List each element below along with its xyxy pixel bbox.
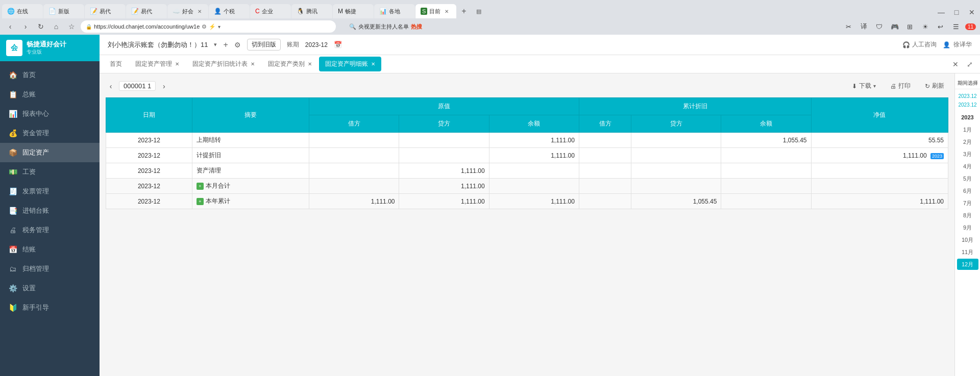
browser-tab-haohui[interactable]: ☁️ 好会 ✕	[167, 4, 208, 18]
active-tab-close-icon[interactable]: ✕	[371, 61, 375, 67]
month-item-3[interactable]: 3月	[957, 148, 978, 160]
sidebar-item-closing[interactable]: 📅 结账	[0, 240, 100, 259]
refresh-button[interactable]: ↻ 刷新	[921, 80, 948, 92]
top-bar: 刘小艳演示账套（勿删勿动！）11 ▾ + ⚙ 切到旧版 账期 2023-12 📅…	[100, 35, 980, 55]
browser-tab-new[interactable]: 📄 新版	[43, 4, 84, 18]
sidebar-item-settings[interactable]: ⚙️ 设置	[0, 279, 100, 298]
month-item-10[interactable]: 10月	[957, 234, 978, 245]
expand-tab-action[interactable]: ⤢	[964, 58, 976, 70]
invoice-icon: 🧾	[8, 187, 17, 196]
browser-tab-qiye[interactable]: C 企业	[250, 4, 291, 18]
bookmark-button[interactable]: ☆	[65, 20, 78, 33]
new-tab-button[interactable]: +	[457, 4, 471, 18]
minimize-button[interactable]: —	[935, 6, 947, 18]
support-button[interactable]: 🎧 人工咨询	[902, 40, 937, 49]
cell-date: 2023-12	[106, 133, 192, 148]
close-tab-action[interactable]: ✕	[949, 58, 962, 70]
tab-close-icon[interactable]: ✕	[251, 61, 255, 67]
browser-tab-muqian[interactable]: S 目前 ✕	[415, 4, 456, 18]
url-input[interactable]: 🔒 https://cloud.chanjet.com/accounting/u…	[81, 20, 336, 33]
tab-category[interactable]: 固定资产类别 ✕	[262, 57, 318, 71]
sidebar-item-tax[interactable]: 🖨 税务管理	[0, 220, 100, 240]
game-tool[interactable]: 🎮	[889, 20, 901, 33]
browser-tab-gedi[interactable]: 📊 各地	[374, 4, 415, 18]
next-page-button[interactable]: ›	[159, 81, 169, 91]
cell-summary: +本月合计	[192, 179, 309, 194]
tab-depreciation[interactable]: 固定资产折旧统计表 ✕	[186, 57, 261, 71]
back-button[interactable]: ‹	[4, 20, 16, 33]
sidebar-item-guide[interactable]: 🔰 新手引导	[0, 298, 100, 317]
download-button[interactable]: ⬇ 下载 ▾	[848, 80, 880, 92]
cell-accum-balance	[721, 163, 811, 179]
undo-tool[interactable]: ↩	[935, 20, 947, 33]
dropdown-arrow-icon[interactable]: ▾	[218, 24, 220, 30]
month-item-8[interactable]: 8月	[957, 210, 978, 221]
sidebar-item-funds[interactable]: 💰 资金管理	[0, 123, 100, 143]
year-item[interactable]: 2023	[957, 112, 978, 123]
hot-search-label[interactable]: 热搜	[411, 23, 422, 31]
tab-close-icon[interactable]: ✕	[308, 61, 312, 67]
sidebar-item-archive[interactable]: 🗂 归档管理	[0, 259, 100, 279]
browser-tab-online[interactable]: 🌐 在线	[2, 4, 43, 18]
dropdown-arrow-icon[interactable]: ▾	[214, 41, 217, 48]
menu-button[interactable]: ☰	[950, 20, 962, 33]
guide-icon: 🔰	[8, 303, 17, 312]
sidebar-item-inventory[interactable]: 📑 进销台账	[0, 201, 100, 220]
sidebar-item-invoice[interactable]: 🧾 发票管理	[0, 182, 100, 201]
month-item-11[interactable]: 11月	[957, 246, 978, 258]
user-info[interactable]: 👤 徐译华	[943, 40, 972, 49]
month-item-12[interactable]: 12月	[957, 259, 978, 270]
print-button[interactable]: 🖨 打印	[886, 80, 915, 92]
sidebar-item-home[interactable]: 🏠 首页	[0, 65, 100, 85]
maximize-button[interactable]: □	[950, 6, 963, 18]
month-item-7[interactable]: 7月	[957, 197, 978, 209]
browser-tab-yidai1[interactable]: 📝 易代	[85, 4, 126, 18]
cell-orig-balance	[489, 179, 579, 194]
tab-home[interactable]: 首页	[104, 57, 128, 71]
calendar-icon[interactable]: 📅	[334, 41, 342, 48]
switch-version-button[interactable]: 切到旧版	[247, 39, 281, 51]
user-name: 徐译华	[953, 40, 972, 49]
add-account-button[interactable]: +	[223, 40, 228, 49]
th-orig-balance: 余额	[489, 115, 579, 133]
grid-tool[interactable]: ⊞	[904, 20, 916, 33]
shield-tool[interactable]: 🛡	[873, 20, 886, 33]
tab-menu-button[interactable]: ▤	[472, 4, 486, 18]
settings-icon-topbar[interactable]: ⚙	[234, 41, 241, 49]
notification-badge: 11	[965, 23, 976, 30]
active-tab-close[interactable]: ✕	[445, 9, 449, 14]
browser-tab-yidai2[interactable]: 📝 易代	[126, 4, 167, 18]
browser-tab-tencent[interactable]: 🐧 腾讯	[291, 4, 332, 18]
forward-button[interactable]: ›	[19, 20, 32, 33]
browser-tab-geshui[interactable]: 👤 个税	[209, 4, 250, 18]
browser-tab-close[interactable]: ✕	[198, 9, 202, 14]
browser-tab-changjie[interactable]: M 畅捷	[333, 4, 374, 18]
scissors-tool[interactable]: ✂	[843, 20, 855, 33]
close-button[interactable]: ✕	[966, 6, 978, 18]
table-row-monthly-total: 2023-12 +本月合计 1,111.00	[106, 179, 948, 194]
sidebar-item-ledger[interactable]: 📋 总账	[0, 85, 100, 104]
home-button[interactable]: ⌂	[50, 20, 62, 33]
month-item-1[interactable]: 1月	[957, 124, 978, 135]
ledger-icon: 📋	[8, 90, 17, 99]
tab-close-icon[interactable]: ✕	[175, 61, 179, 67]
th-date: 日期	[106, 98, 192, 133]
sidebar-label-funds: 资金管理	[22, 129, 49, 138]
month-item-4[interactable]: 4月	[957, 161, 978, 172]
sidebar-item-salary[interactable]: 💵 工资	[0, 162, 100, 182]
translate-tool[interactable]: 译	[858, 20, 870, 33]
refresh-icon: ↻	[925, 83, 930, 90]
sun-tool[interactable]: ☀	[919, 20, 932, 33]
month-item-2[interactable]: 2月	[957, 136, 978, 147]
month-item-6[interactable]: 6月	[957, 185, 978, 196]
prev-page-button[interactable]: ‹	[106, 81, 116, 91]
tab-fixed-mgmt[interactable]: 固定资产管理 ✕	[129, 57, 185, 71]
month-item-9[interactable]: 9月	[957, 222, 978, 233]
tab-detail[interactable]: 固定资产明细账 ✕	[319, 57, 381, 71]
sidebar-item-reports[interactable]: 📊 报表中心	[0, 104, 100, 123]
sidebar-nav: 🏠 首页 📋 总账 📊 报表中心 💰 资金管理 📦 固定资产 💵 工资	[0, 61, 100, 376]
sidebar-item-fixed[interactable]: 📦 固定资产	[0, 143, 100, 162]
month-item-5[interactable]: 5月	[957, 173, 978, 184]
reload-button[interactable]: ↻	[35, 20, 47, 33]
download-dropdown-icon[interactable]: ▾	[873, 83, 876, 89]
